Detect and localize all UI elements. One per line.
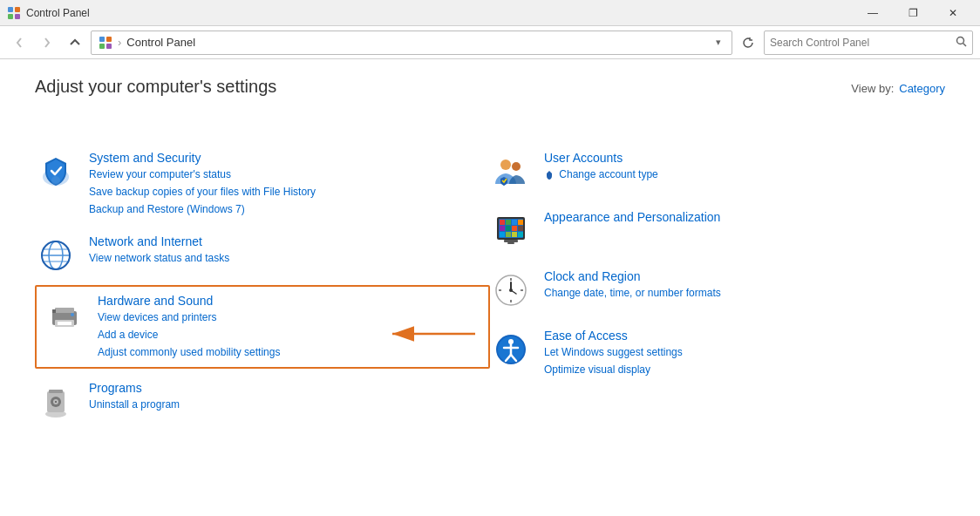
window-title: Control Panel <box>26 7 853 19</box>
link-backup-restore[interactable]: Backup and Restore (Windows 7) <box>89 201 316 217</box>
svg-point-56 <box>509 289 513 292</box>
page-title: Adjust your computer's settings <box>35 77 276 97</box>
forward-icon <box>43 37 51 49</box>
svg-point-31 <box>512 162 521 171</box>
programs-icon <box>35 381 77 423</box>
link-suggest-settings[interactable]: Let Windows suggest settings <box>544 344 683 360</box>
restore-button[interactable]: ❐ <box>893 0 933 26</box>
user-accounts-title[interactable]: User Accounts <box>544 151 658 165</box>
svg-rect-39 <box>506 226 511 231</box>
hardware-sound-title[interactable]: Hardware and Sound <box>98 294 280 308</box>
category-user-accounts: User Accounts Change account type <box>490 142 945 201</box>
category-ease-of-access: Ease of Access Let Windows suggest setti… <box>490 320 945 386</box>
svg-rect-1 <box>15 7 20 12</box>
svg-rect-35 <box>506 220 511 225</box>
path-text: Control Panel <box>126 36 195 49</box>
svg-rect-3 <box>15 14 20 19</box>
svg-rect-26 <box>49 390 63 393</box>
svg-rect-7 <box>106 44 112 49</box>
link-view-devices[interactable]: View devices and printers <box>98 309 280 325</box>
ease-of-access-text: Ease of Access Let Windows suggest setti… <box>544 329 683 377</box>
back-button[interactable] <box>7 31 31 55</box>
appearance-text: Appearance and Personalization <box>544 210 720 224</box>
main-content: Adjust your computer's settings View by:… <box>0 59 980 516</box>
system-security-icon <box>35 151 77 193</box>
svg-point-29 <box>55 401 57 403</box>
svg-rect-0 <box>8 7 13 12</box>
svg-rect-19 <box>55 308 74 313</box>
link-add-device[interactable]: Add a device <box>98 327 280 343</box>
appearance-title[interactable]: Appearance and Personalization <box>544 210 720 224</box>
programs-text: Programs Uninstall a program <box>89 381 180 412</box>
svg-rect-43 <box>506 232 511 237</box>
path-icon <box>99 36 112 50</box>
network-internet-title[interactable]: Network and Internet <box>89 234 229 248</box>
path-dropdown-button[interactable]: ▾ <box>712 37 725 48</box>
svg-point-8 <box>957 37 964 44</box>
system-security-title[interactable]: System and Security <box>89 151 316 165</box>
svg-rect-45 <box>518 232 523 237</box>
svg-rect-23 <box>52 309 56 313</box>
title-bar: Control Panel — ❐ ✕ <box>0 0 980 26</box>
svg-rect-4 <box>99 37 105 42</box>
view-by-value[interactable]: Category <box>899 82 945 95</box>
back-icon <box>15 37 24 49</box>
network-internet-text: Network and Internet View network status… <box>89 234 229 266</box>
clock-region-icon <box>490 269 532 311</box>
svg-rect-47 <box>507 242 514 244</box>
hardware-sound-icon <box>44 294 85 336</box>
svg-rect-42 <box>500 232 505 237</box>
network-internet-icon <box>35 234 77 276</box>
svg-line-9 <box>963 43 967 46</box>
search-input[interactable] <box>770 37 956 49</box>
programs-title[interactable]: Programs <box>89 381 180 395</box>
svg-rect-2 <box>8 14 13 19</box>
clock-region-title[interactable]: Clock and Region <box>544 269 721 283</box>
svg-rect-44 <box>512 232 517 237</box>
user-accounts-icon <box>490 151 532 193</box>
category-clock-region: Clock and Region Change date, time, or n… <box>490 261 945 320</box>
left-categories: System and Security Review your computer… <box>35 142 490 431</box>
svg-rect-34 <box>500 220 505 225</box>
hardware-sound-text: Hardware and Sound View devices and prin… <box>98 294 280 360</box>
category-hardware-sound-box: Hardware and Sound View devices and prin… <box>35 285 490 369</box>
link-optimize-display[interactable]: Optimize visual display <box>544 362 683 377</box>
link-mobility-settings[interactable]: Adjust commonly used mobility settings <box>98 344 280 360</box>
category-hardware-sound: Hardware and Sound View devices and prin… <box>44 292 481 362</box>
search-box[interactable] <box>764 31 973 55</box>
search-icon[interactable] <box>956 36 967 50</box>
link-review-status[interactable]: Review your computer's status <box>89 166 316 182</box>
ease-of-access-icon <box>490 329 532 370</box>
refresh-button[interactable] <box>736 31 760 55</box>
ease-of-access-title[interactable]: Ease of Access <box>544 329 683 343</box>
link-change-account[interactable]: Change account type <box>544 166 658 182</box>
svg-rect-46 <box>504 240 518 242</box>
category-programs: Programs Uninstall a program <box>35 372 490 431</box>
svg-point-30 <box>500 160 511 170</box>
system-security-text: System and Security Review your computer… <box>89 151 316 217</box>
up-icon <box>69 37 81 49</box>
address-path[interactable]: › Control Panel ▾ <box>91 31 732 55</box>
svg-rect-38 <box>500 226 505 231</box>
svg-point-22 <box>71 313 74 316</box>
link-date-time[interactable]: Change date, time, or number formats <box>544 285 721 301</box>
right-categories: User Accounts Change account type <box>490 142 945 431</box>
user-accounts-text: User Accounts Change account type <box>544 151 658 182</box>
svg-rect-21 <box>58 322 71 325</box>
link-uninstall[interactable]: Uninstall a program <box>89 397 180 412</box>
forward-button[interactable] <box>35 31 59 55</box>
close-button[interactable]: ✕ <box>933 0 973 26</box>
svg-rect-41 <box>518 226 523 231</box>
minimize-button[interactable]: — <box>853 0 893 26</box>
svg-rect-40 <box>512 226 517 231</box>
svg-rect-36 <box>512 220 517 225</box>
clock-region-text: Clock and Region Change date, time, or n… <box>544 269 721 301</box>
up-button[interactable] <box>63 31 87 55</box>
svg-rect-37 <box>518 220 523 225</box>
link-file-history[interactable]: Save backup copies of your files with Fi… <box>89 184 316 200</box>
titlebar-icon <box>7 6 21 20</box>
link-network-status[interactable]: View network status and tasks <box>89 250 229 266</box>
svg-rect-5 <box>106 37 112 42</box>
window-controls: — ❐ ✕ <box>853 0 973 26</box>
refresh-icon <box>742 37 754 49</box>
